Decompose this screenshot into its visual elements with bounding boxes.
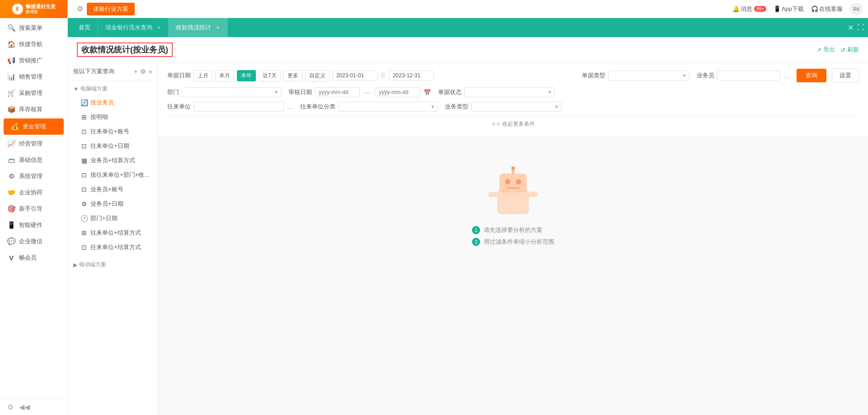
tab-collection-close[interactable]: ✕ <box>216 25 220 31</box>
review-to-input[interactable] <box>375 87 420 97</box>
tab-expand-icon[interactable]: ⛶ <box>857 24 864 32</box>
doc-status-select[interactable] <box>464 87 555 97</box>
sidebar-item-enterprise[interactable]: 🤝 企业协同 <box>0 184 67 201</box>
add-scheme-icon[interactable]: + <box>134 68 137 75</box>
salesperson-scheme-icon: 🔄 <box>80 99 88 106</box>
scheme-partner-dept[interactable]: ⊡ 按往来单位+部门+收... <box>68 168 158 182</box>
salesperson-input[interactable] <box>717 71 780 80</box>
headset-icon: 🎧 <box>811 5 818 12</box>
sidebar-bottom: ⚙ ◀◀ <box>0 399 67 415</box>
query-button[interactable]: 查询 <box>797 69 826 82</box>
refresh-label: 刷新 <box>847 46 859 54</box>
inventory-icon: 📦 <box>7 105 15 113</box>
tab-bank-flow[interactable]: 现金银行流水查询 ✕ <box>98 18 169 37</box>
logo-icon: 6 <box>12 4 23 14</box>
doc-status-label: 单据状态 <box>438 88 462 96</box>
scheme-dept-date[interactable]: 🕐 部门+日期 <box>68 211 158 226</box>
scheme-salesperson-label: 按业务员 <box>90 99 114 107</box>
scheme-partner-date[interactable]: ⊡ 往来单位+日期 <box>68 139 158 153</box>
partner-input[interactable] <box>193 102 284 112</box>
review-calendar-icon[interactable]: 📅 <box>424 89 431 96</box>
date-btn-custom[interactable]: 自定义 <box>305 70 330 81</box>
top-gear-icon[interactable]: ⚙ <box>77 5 83 13</box>
sidebar-item-sales[interactable]: 📊 销售管理 <box>0 69 67 85</box>
tab-close-all-icon[interactable]: ✕ <box>848 24 854 32</box>
sidebar-item-system[interactable]: ⚙ 系统管理 <box>0 168 67 184</box>
page-title: 收款情况统计(按业务员) <box>77 42 173 57</box>
tab-collection[interactable]: 收款情况统计 ✕ <box>169 18 227 37</box>
date-range-divider: 至 <box>380 71 386 80</box>
business-type-select[interactable] <box>471 102 561 112</box>
scheme-salesperson-account[interactable]: ⊡ 业务员+账号 <box>68 182 158 197</box>
sidebar-item-finance[interactable]: 💰 资金管理 <box>4 118 64 135</box>
partner-dept-icon: ⊡ <box>80 171 88 179</box>
sidebar-item-marketing[interactable]: 📢 营销推广 <box>0 52 67 69</box>
sidebar-item-basic[interactable]: 🗃 基础信息 <box>0 152 67 168</box>
export-button[interactable]: ↗ 导出 <box>816 46 835 54</box>
doc-type-select[interactable] <box>608 71 689 80</box>
business-type-label: 业务类型 <box>445 103 468 111</box>
sidebar-item-member[interactable]: V 畅会员 <box>0 250 67 266</box>
user-avatar[interactable]: Rit <box>850 3 863 15</box>
collapse-bar[interactable]: ∧∧ 收起更多条件 <box>167 116 859 132</box>
scheme-partner-settle2[interactable]: ⊡ 往来单位+结算方式 <box>68 240 158 255</box>
scheme-salesperson-date[interactable]: ⚙ 业务员+日期 <box>68 197 158 211</box>
edition-badge: 标准版 <box>26 9 56 15</box>
notification-area[interactable]: 🔔 消息 99+ <box>732 5 766 13</box>
date-btn-more[interactable]: 更多 <box>283 70 302 81</box>
date-to-input[interactable] <box>389 71 434 80</box>
salesperson-filter: 业务员 ... <box>697 71 789 80</box>
scheme-salesperson-settlement-label: 业务员+结算方式 <box>90 156 135 165</box>
sidebar-item-guide[interactable]: 🎯 新手引导 <box>0 201 67 217</box>
mobile-group-title[interactable]: ▶ 移动端方案 <box>68 258 158 271</box>
step-2-num: 2 <box>472 238 480 246</box>
sidebar-item-inventory[interactable]: 📦 库存核算 <box>0 101 67 118</box>
collapse-sidebar-icon[interactable]: ◀◀ <box>19 403 30 411</box>
robot-illustration <box>486 165 540 219</box>
date-btn-this-month[interactable]: 本月 <box>215 70 234 81</box>
right-panel: 单据日期 上月 本月 本年 近7天 更多 自定义 至 <box>158 63 868 415</box>
desktop-group-title[interactable]: ▼ 电脑端方案 <box>68 82 158 95</box>
review-from-input[interactable] <box>315 87 360 97</box>
refresh-button[interactable]: ↺ 刷新 <box>840 46 859 54</box>
svg-rect-4 <box>506 187 520 189</box>
purchase-icon: 🛒 <box>7 89 15 97</box>
scheme-partner-account[interactable]: ⊡ 往来单位+账号 <box>68 124 158 139</box>
date-filter-group: 上月 本月 本年 近7天 更多 自定义 至 <box>193 70 434 81</box>
online-support[interactable]: 🎧 在线客服 <box>811 5 843 13</box>
settings-bottom-icon[interactable]: ⚙ <box>7 403 14 411</box>
desktop-group-label: 电脑端方案 <box>80 85 108 93</box>
tab-home[interactable]: 首页 <box>71 18 98 37</box>
date-btn-this-year[interactable]: 本年 <box>237 70 256 81</box>
app-download[interactable]: 📱 App下载 <box>774 5 804 13</box>
sidebar-item-purchase[interactable]: 🛒 采购管理 <box>0 85 67 101</box>
partner-settle1-icon: ⊞ <box>80 229 88 236</box>
date-from-input[interactable] <box>332 71 377 80</box>
scheme-salesperson-settlement[interactable]: ▦ 业务员+结算方式 <box>68 153 158 168</box>
scheme-by-salesperson[interactable]: 🔄 按业务员 <box>68 95 158 110</box>
left-panel: 按以下方案查询 + ⚙ « ▼ 电脑端方案 🔄 按业务员 ⊞ <box>68 63 158 415</box>
date-btn-7days[interactable]: 近7天 <box>259 70 281 81</box>
guide-icon: 🎯 <box>7 205 15 213</box>
trial-button[interactable]: 体验行业方案 <box>87 3 135 15</box>
collapse-panel-icon[interactable]: « <box>149 68 152 75</box>
sidebar-item-smarthw[interactable]: 📱 智能硬件 <box>0 217 67 233</box>
filter-row-dept: 部门 审核日期 — 📅 <box>167 87 859 97</box>
tab-bank-flow-close[interactable]: ✕ <box>157 25 161 31</box>
settings-button[interactable]: 设置 <box>832 68 859 83</box>
dept-select[interactable] <box>182 87 281 97</box>
sidebar-item-quicknav[interactable]: 🏠 快捷导航 <box>0 36 67 52</box>
sidebar-item-operations[interactable]: 📈 经营管理 <box>0 136 67 152</box>
salesperson-more-icon[interactable]: ... <box>784 72 789 79</box>
sidebar-item-wechat[interactable]: 💬 企业微信 <box>0 233 67 250</box>
partner-more-icon[interactable]: ... <box>288 103 293 110</box>
partner-category-select[interactable] <box>338 102 438 112</box>
date-btn-last-month[interactable]: 上月 <box>193 70 212 81</box>
basic-icon: 🗃 <box>7 156 15 164</box>
scheme-settings-icon[interactable]: ⚙ <box>140 68 146 75</box>
sidebar-label-quicknav: 快捷导航 <box>19 40 42 48</box>
sidebar-item-search[interactable]: 🔍 搜索菜单 <box>0 20 67 36</box>
tab-bar-right: ✕ ⛶ <box>848 24 864 32</box>
scheme-partner-settle1[interactable]: ⊞ 往来单位+结算方式 <box>68 226 158 240</box>
scheme-by-detail[interactable]: ⊞ 按明细 <box>68 110 158 124</box>
